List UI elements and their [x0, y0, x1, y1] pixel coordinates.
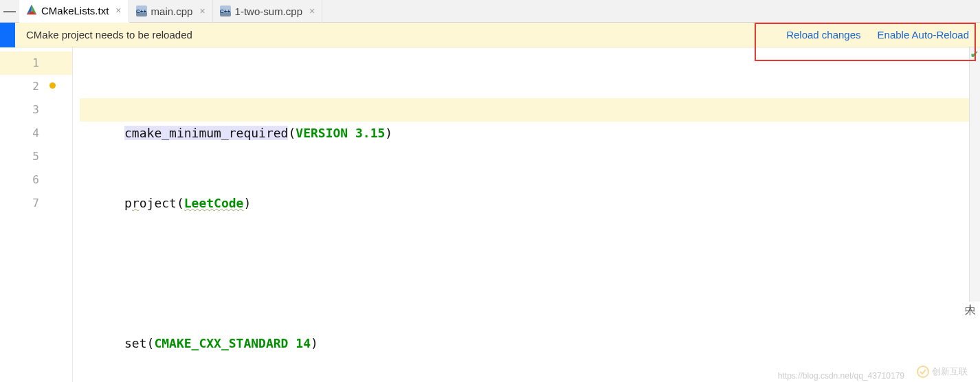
cmake-icon: [26, 4, 37, 17]
tab-two-sum-cpp[interactable]: C++ 1-two-sum.cpp ×: [213, 0, 323, 23]
cpp-icon: C++: [136, 5, 147, 16]
line-number: 7: [0, 192, 72, 215]
watermark-url: https://blog.csdn.net/qq_43710179: [778, 371, 904, 381]
line-number: 6: [0, 168, 72, 192]
svg-point-4: [917, 366, 928, 377]
enable-auto-reload-link[interactable]: Enable Auto-Reload: [878, 29, 969, 41]
scrollbar[interactable]: [969, 47, 980, 302]
logo-icon: [917, 366, 929, 378]
editor: 1 2 3 4 5 6 7 cmake_minimum_required(VER…: [0, 47, 980, 382]
close-icon[interactable]: ×: [309, 5, 315, 16]
line-number: 3: [0, 98, 72, 122]
active-indicator: [0, 23, 15, 47]
line-gutter: 1 2 3 4 5 6 7: [0, 47, 73, 382]
tab-label: main.cpp: [151, 5, 193, 17]
code-area[interactable]: cmake_minimum_required(VERSION 3.15) pro…: [73, 47, 980, 382]
inspection-ok-icon: ✔: [970, 49, 979, 60]
code-line: set(CMAKE_CXX_STANDARD 14): [80, 308, 973, 332]
tab-bar: — CMakeLists.txt × C++ main.cpp × C++ 1-…: [0, 0, 980, 23]
notification-bar: CMake project needs to be reloaded Reloa…: [0, 23, 980, 47]
tab-main-cpp[interactable]: C++ main.cpp ×: [129, 0, 213, 23]
watermark-logo: 创新互联: [917, 366, 968, 378]
code-line: [80, 238, 973, 262]
tab-label: CMakeLists.txt: [41, 5, 109, 16]
line-number: 2: [0, 75, 72, 98]
close-icon[interactable]: ×: [199, 5, 205, 16]
reload-changes-link[interactable]: Reload changes: [786, 29, 860, 41]
line-number: 1: [0, 52, 72, 75]
cpp-icon: C++: [220, 5, 231, 16]
minimize-icon[interactable]: —: [0, 4, 19, 19]
tab-cmakelists[interactable]: CMakeLists.txt ×: [19, 0, 129, 23]
notification-message: CMake project needs to be reloaded: [21, 29, 192, 41]
code-line: project(LeetCode): [80, 168, 973, 192]
line-number: 5: [0, 145, 72, 168]
tab-label: 1-two-sum.cpp: [235, 5, 302, 17]
line-number: 4: [0, 122, 72, 145]
close-icon[interactable]: ×: [115, 5, 121, 16]
code-line: cmake_minimum_required(VERSION 3.15): [80, 98, 973, 122]
